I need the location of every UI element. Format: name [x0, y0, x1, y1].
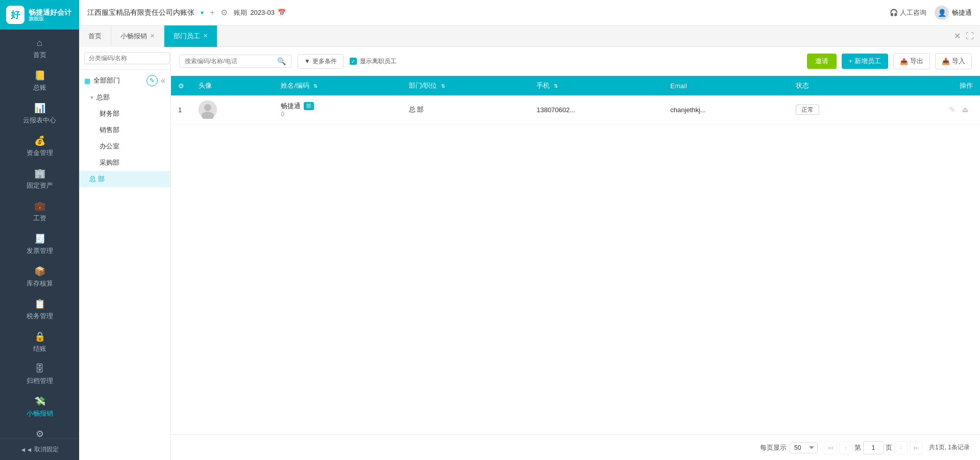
tab-expense[interactable]: 小畅报销 ✕ — [111, 25, 164, 47]
unpin-button[interactable]: ◄◄ 取消固定 — [0, 439, 79, 460]
sidebar-item-invoice[interactable]: 🧾 发票管理 — [0, 228, 79, 261]
dept-collapse-button[interactable]: « — [161, 76, 165, 85]
support-button[interactable]: 🎧 人工咨询 — [890, 8, 926, 17]
dept-header: ▦ 全部部门 ✎ « — [79, 70, 170, 89]
headset-icon: 🎧 — [890, 9, 898, 16]
th-gear[interactable]: ⚙ — [171, 76, 191, 95]
add-company-button[interactable]: + — [210, 8, 214, 17]
invite-button[interactable]: 邀请 — [807, 54, 837, 69]
user-menu[interactable]: 👤 畅捷通 — [935, 6, 972, 20]
sort-dept-icon: ⇅ — [441, 83, 445, 89]
table-row: 1 — [171, 95, 980, 124]
import-button[interactable]: 📥 导入 — [935, 53, 972, 69]
dept-search-input[interactable] — [84, 52, 170, 64]
department-panel: 🔍 ▦ 全部部门 ✎ « ▼ 总部 财务部 销售部 — [79, 47, 171, 460]
prev-page-button[interactable]: ‹ — [839, 441, 852, 454]
dept-subtree: 财务部 销售部 办公室 采购部 — [79, 106, 170, 171]
show-resigned-label: 显示离职员工 — [360, 57, 397, 66]
sort-phone-icon: ⇅ — [554, 83, 558, 89]
sidebar-item-assets[interactable]: 🏢 固定资产 — [0, 163, 79, 195]
dept-item-sales[interactable]: 销售部 — [94, 122, 170, 138]
user-avatar: 👤 — [935, 6, 949, 20]
employee-name: 畅捷通 — [281, 101, 301, 111]
edit-button[interactable]: ✎ — [949, 105, 955, 114]
dept-item-zongbu[interactable]: ▼ 总部 — [79, 89, 170, 106]
row-actions-cell: ✎ ⏏ — [884, 95, 980, 124]
first-page-button[interactable]: ⏮ — [824, 441, 837, 454]
sidebar-item-reports[interactable]: 📊 云报表中心 — [0, 97, 79, 130]
th-status: 状态 — [789, 76, 884, 95]
last-page-button[interactable]: ⏭ — [910, 441, 923, 454]
topbar: 江西服宝精品有限责任公司内账张 ▾ + ⚙ 账期 2023-03 📅 🎧 人工咨… — [79, 0, 980, 25]
add-employee-button[interactable]: + 新增员工 — [842, 54, 888, 69]
sidebar: 好 畅捷通好会计 旗舰版 ⌂ 首页 📒 总账 📊 云报表中心 💰 资金管理 🏢 … — [0, 0, 79, 460]
avatar-svg — [199, 100, 217, 119]
sidebar-nav: ⌂ 首页 📒 总账 📊 云报表中心 💰 资金管理 🏢 固定资产 💼 工资 🧾 发… — [0, 30, 79, 439]
import-icon: 📥 — [942, 58, 950, 65]
page-label: 第 — [854, 443, 861, 452]
dept-item-finance[interactable]: 财务部 — [94, 106, 170, 122]
dept-header-actions: ✎ « — [146, 75, 165, 86]
reports-icon: 📊 — [34, 103, 45, 114]
page-input[interactable] — [863, 441, 884, 454]
sidebar-item-inventory[interactable]: 📦 库存核算 — [0, 261, 79, 293]
tab-home[interactable]: 首页 — [79, 25, 111, 47]
sidebar-item-home[interactable]: ⌂ 首页 — [0, 33, 79, 65]
topbar-settings-button[interactable]: ⚙ — [220, 8, 228, 17]
sidebar-item-payroll[interactable]: 💼 工资 — [0, 195, 79, 228]
tabs-right-actions: ✕ ⛶ — [948, 31, 980, 41]
sidebar-item-label: 结账 — [33, 344, 46, 353]
show-resigned-checkbox[interactable]: ✓ — [350, 58, 357, 65]
sidebar-item-label: 库存核算 — [27, 279, 53, 288]
filter-icon: ▼ — [304, 58, 310, 65]
more-filter-button[interactable]: ▼ 更多条件 — [298, 54, 344, 69]
archive-icon: 🗄 — [35, 364, 44, 374]
period-value: 2023-03 — [250, 9, 275, 16]
tab-department-close[interactable]: ✕ — [203, 33, 208, 39]
employee-search-icon[interactable]: 🔍 — [277, 57, 286, 65]
ledger-icon: 📒 — [34, 70, 45, 81]
show-resigned-toggle[interactable]: ✓ 显示离职员工 — [350, 57, 397, 66]
sidebar-item-tax[interactable]: 📋 税务管理 — [0, 293, 79, 326]
dept-tree: ▼ 总部 财务部 销售部 办公室 采购部 总 部 — [79, 89, 170, 460]
calendar-icon[interactable]: 📅 — [278, 9, 286, 16]
th-dept[interactable]: 部门/职位 ⇅ — [402, 76, 529, 95]
invoice-icon: 🧾 — [34, 233, 45, 244]
sidebar-item-settings[interactable]: ⚙ 基础设置 — [0, 423, 79, 439]
home-icon: ⌂ — [37, 38, 42, 48]
dept-manage-button[interactable]: ✎ — [146, 75, 158, 86]
tab-expense-close[interactable]: ✕ — [150, 33, 155, 39]
sidebar-item-label: 云报表中心 — [23, 116, 56, 125]
tab-department[interactable]: 部门员工 ✕ — [164, 25, 217, 47]
sidebar-item-closing[interactable]: 🔒 结账 — [0, 326, 79, 359]
th-phone[interactable]: 手机 ⇅ — [529, 76, 663, 95]
per-page-select[interactable]: 10 20 50 100 — [790, 442, 818, 453]
toolbar-right: 邀请 + 新增员工 📤 导出 📥 导入 — [807, 53, 972, 69]
app-logo: 好 畅捷通好会计 旗舰版 — [0, 0, 79, 30]
table-footer: 每页显示 10 20 50 100 ⏮ ‹ 第 页 › ⏭ — [171, 435, 980, 460]
delete-button[interactable]: ⏏ — [962, 105, 969, 114]
employee-search-input[interactable] — [185, 58, 274, 65]
th-name[interactable]: 姓名/编码 ⇅ — [274, 76, 401, 95]
dept-all-label: 全部部门 — [93, 76, 120, 85]
sidebar-item-expense[interactable]: 💸 小畅报销 — [0, 391, 79, 423]
maximize-tab-button[interactable]: ⛶ — [966, 32, 974, 41]
dept-item-headquarter[interactable]: 总 部 — [79, 171, 170, 187]
th-actions: 操作 — [884, 76, 980, 95]
close-tab-button[interactable]: ✕ — [954, 31, 961, 41]
sidebar-item-label: 资金管理 — [27, 148, 53, 158]
sidebar-item-archive[interactable]: 🗄 归档管理 — [0, 359, 79, 391]
sidebar-item-ledger[interactable]: 📒 总账 — [0, 65, 79, 97]
next-page-button[interactable]: › — [894, 441, 908, 454]
logo-icon: 好 — [6, 6, 24, 24]
export-button[interactable]: 📤 导出 — [893, 53, 930, 69]
row-avatar-cell — [191, 95, 274, 124]
funds-icon: 💰 — [34, 135, 45, 146]
employee-table: ⚙ 头像 姓名/编码 ⇅ 部门/职位 ⇅ 手机 ⇅ Email — [171, 76, 980, 124]
status-badge: 正常 — [796, 105, 819, 115]
sidebar-item-funds[interactable]: 💰 资金管理 — [0, 130, 79, 163]
company-dropdown-button[interactable]: ▾ — [201, 9, 204, 16]
dept-item-procurement[interactable]: 采购部 — [94, 155, 170, 171]
dept-item-office[interactable]: 办公室 — [94, 138, 170, 155]
tab-home-label: 首页 — [88, 32, 102, 41]
